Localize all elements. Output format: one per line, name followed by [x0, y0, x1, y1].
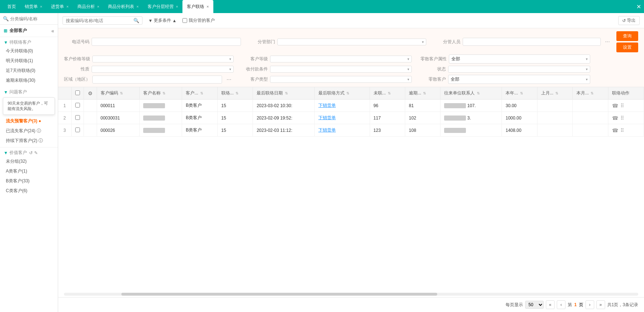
- row1-checkbox[interactable]: [75, 103, 80, 108]
- sidebar-item-b-class[interactable]: B类客户(33): [0, 176, 58, 186]
- tab-product-list[interactable]: 商品分析列表 ×: [104, 0, 143, 13]
- tab-customer-contact[interactable]: 客户联络 ×: [182, 0, 213, 13]
- more-icon-3[interactable]: ⠿: [620, 127, 624, 133]
- adv-filter-row-1: 电话号码 分管部门 ▾ 分管人员 ··· 查询 设置: [64, 31, 638, 52]
- close-customer-tier-tab[interactable]: ×: [176, 4, 178, 9]
- search-btn-icon[interactable]: 🔍: [133, 18, 139, 23]
- close-sales-tab[interactable]: ×: [40, 4, 42, 9]
- cell-unit-3: [440, 124, 502, 137]
- cell-checkbox-3: [71, 124, 84, 137]
- col-overdue[interactable]: 逾期... ⇅: [405, 87, 440, 100]
- my-customers-checkbox-wrap[interactable]: 我分管的客户: [182, 17, 215, 24]
- scrollbar-thumb[interactable]: [121, 293, 437, 296]
- sidebar-collapse-btn[interactable]: «: [51, 28, 54, 34]
- cell-contact-type-2[interactable]: 下销货单: [314, 112, 370, 124]
- first-page-btn[interactable]: «: [546, 300, 555, 309]
- col-unit-contact[interactable]: 往来单位联系人 ⇅: [440, 87, 502, 100]
- adv-field-dept: 分管部门 ▾: [250, 39, 427, 45]
- edit-icon[interactable]: ✎: [34, 150, 38, 155]
- col-last-date[interactable]: 最后联络日期 ⇅: [253, 87, 315, 100]
- tab-home[interactable]: 首页: [3, 0, 20, 13]
- payment-label: 收付款条件: [242, 66, 268, 72]
- sidebar-item-overdue-contact[interactable]: 逾期未联络(30): [0, 76, 58, 85]
- page-size-select[interactable]: 50 100 200: [525, 301, 544, 309]
- contact-icon-1[interactable]: ☎: [612, 103, 618, 109]
- horizontal-scrollbar[interactable]: [64, 293, 638, 296]
- sidebar-all-customers[interactable]: ⊞ 全部客户 «: [0, 25, 58, 37]
- more-icon-2[interactable]: ⠿: [620, 115, 624, 121]
- col-last-type[interactable]: 最后联络方式 ⇅: [314, 87, 370, 100]
- select-all-checkbox[interactable]: [75, 90, 80, 95]
- col-name[interactable]: 客户名称 ⇅: [139, 87, 182, 100]
- adv-actions: 查询 设置: [616, 31, 638, 52]
- region-ellipsis[interactable]: ···: [224, 76, 233, 83]
- window-close-button[interactable]: ✕: [636, 3, 641, 10]
- customer-type-select[interactable]: ▾: [270, 76, 412, 83]
- cell-unit-1: 107.: [440, 100, 502, 112]
- sidebar-item-declining[interactable]: 持续下滑客户(2) ⓘ: [0, 136, 58, 146]
- sidebar-search-input[interactable]: [10, 16, 55, 21]
- close-customer-contact-tab[interactable]: ×: [206, 4, 209, 9]
- more-conditions-btn[interactable]: ▼ 更多条件 ▲: [145, 16, 180, 25]
- search-input[interactable]: [66, 18, 132, 23]
- sidebar: 🔍 ⊞ 全部客户 « ▼ 待联络客户 今天待联络(0) 明天待联络(1) 近7天…: [0, 13, 58, 312]
- sidebar-item-ungrouped[interactable]: 未分组(32): [0, 157, 58, 166]
- sidebar-item-c-class[interactable]: C类客户(6): [0, 186, 58, 196]
- tab-customer-tier[interactable]: 客户分层经营 ×: [143, 0, 182, 13]
- col-code[interactable]: 客户编码 ⇅: [97, 87, 139, 100]
- next-page-btn[interactable]: ›: [585, 300, 594, 309]
- tab-purchase[interactable]: 进货单 ×: [47, 0, 73, 13]
- region-input[interactable]: [92, 76, 222, 84]
- price-level-select[interactable]: ▾: [92, 56, 234, 62]
- person-ellipsis[interactable]: ···: [603, 39, 612, 45]
- customer-level-select[interactable]: ▾: [270, 56, 412, 62]
- page-suffix: 页: [579, 302, 583, 308]
- person-input[interactable]: [463, 38, 600, 46]
- cell-code-3: 000026: [97, 124, 139, 137]
- col-last-month[interactable]: 上月... ⇅: [537, 87, 572, 100]
- contact-icon-3[interactable]: ☎: [612, 127, 618, 133]
- more-icon-1[interactable]: ⠿: [620, 103, 624, 109]
- sidebar-item-7days-contact[interactable]: 近7天待联络(0): [0, 66, 58, 76]
- col-this-month[interactable]: 本月... ⇅: [573, 87, 608, 100]
- prev-page-btn[interactable]: ‹: [557, 300, 565, 309]
- nature-select[interactable]: ▾: [92, 66, 234, 73]
- sidebar-item-churned[interactable]: 已流失客户(24) ⓘ: [0, 126, 58, 136]
- payment-select[interactable]: ▾: [270, 66, 412, 73]
- dept-select[interactable]: ▾: [277, 39, 427, 45]
- col-no-contact[interactable]: 未联... ⇅: [370, 87, 405, 100]
- tab-product-analysis[interactable]: 商品分析 ×: [73, 0, 104, 13]
- sidebar-item-today-contact[interactable]: 今天待联络(0): [0, 46, 58, 56]
- settings-btn[interactable]: 设置: [616, 42, 638, 52]
- refresh-icon[interactable]: ↺: [29, 150, 33, 155]
- close-product-analysis-tab[interactable]: ×: [97, 4, 99, 9]
- sparse-select[interactable]: 全部 ▾: [448, 75, 590, 84]
- row3-checkbox[interactable]: [75, 127, 80, 132]
- price-level-chevron: ▾: [229, 57, 231, 61]
- last-page-btn[interactable]: »: [596, 300, 605, 309]
- close-purchase-tab[interactable]: ×: [66, 4, 68, 9]
- column-settings-icon[interactable]: ⚙: [88, 90, 93, 96]
- tab-sales[interactable]: 销货单 ×: [20, 0, 47, 13]
- query-btn[interactable]: 查询: [616, 31, 638, 41]
- cell-contact-type-1[interactable]: 下销货单: [314, 100, 370, 112]
- col-contact[interactable]: 联络... ⇅: [217, 87, 253, 100]
- cell-settings-1: [84, 100, 97, 112]
- sidebar-item-a-class[interactable]: A类客户(1): [0, 166, 58, 176]
- sidebar-item-tomorrow-contact[interactable]: 明天待联络(1): [0, 56, 58, 66]
- sidebar-search-icon: 🔍: [3, 16, 9, 21]
- contact-icon-2[interactable]: ☎: [612, 115, 618, 121]
- col-this-year[interactable]: 本年... ⇅: [502, 87, 537, 100]
- close-product-list-tab[interactable]: ×: [136, 4, 138, 9]
- col-settings[interactable]: ⚙: [84, 87, 97, 100]
- row2-checkbox[interactable]: [75, 115, 80, 120]
- phone-input[interactable]: [92, 38, 241, 46]
- status-select[interactable]: ▾: [448, 66, 590, 73]
- sparse-attr-select[interactable]: 全部 ▾: [449, 54, 590, 64]
- sidebar-item-churn-warning[interactable]: 流失预警客户(3) ●: [0, 116, 58, 126]
- my-customers-checkbox[interactable]: [182, 18, 187, 23]
- adv-filter-panel: 电话号码 分管部门 ▾ 分管人员 ··· 查询 设置: [58, 28, 644, 87]
- cell-contact-type-3[interactable]: 下销货单: [314, 124, 370, 137]
- col-type[interactable]: 客户... ⇅: [182, 87, 217, 100]
- export-btn[interactable]: ↺ 导出: [618, 16, 640, 25]
